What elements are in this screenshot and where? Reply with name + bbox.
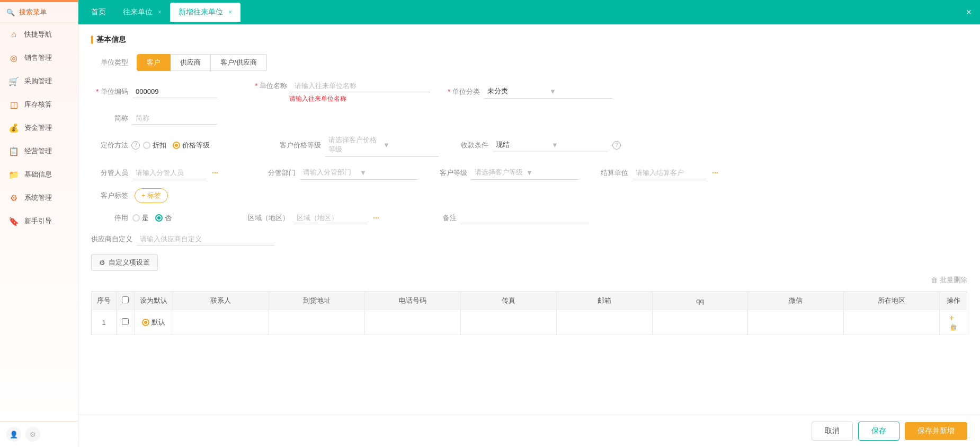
section-title-text: 基本信息 — [96, 35, 126, 45]
radio-no[interactable]: 否 — [155, 213, 172, 223]
sidebar-item-label: 销售管理 — [24, 53, 52, 63]
add-tag-button[interactable]: + 标签 — [135, 188, 168, 203]
settlement-more-btn[interactable]: ··· — [711, 169, 719, 177]
sidebar-item-finance[interactable]: 💰 资金管理 — [0, 116, 78, 139]
customer-tag-label: 客户标签 — [91, 191, 128, 200]
unit-name-input[interactable] — [291, 80, 430, 92]
sidebar-item-inventory[interactable]: ◫ 库存核算 — [0, 93, 78, 116]
tab-new-partner-label: 新增往来单位 — [179, 7, 223, 17]
row-checkbox[interactable] — [122, 318, 129, 325]
row-default-radio[interactable]: 默认 — [140, 318, 167, 327]
supplier-custom-input[interactable] — [137, 233, 274, 246]
manager-more-btn[interactable]: ··· — [211, 169, 219, 177]
radio-price-level[interactable]: 价格等级 — [173, 141, 210, 150]
sidebar-item-quick-nav[interactable]: ⌂ 快捷导航 — [0, 23, 78, 46]
radio-price-level-label: 价格等级 — [182, 141, 210, 150]
unit-name-label: * 单位名称 — [250, 81, 287, 91]
col-default: 设为默认 — [135, 292, 173, 310]
batch-delete-button[interactable]: 🗑 批量删除 — [931, 275, 967, 285]
btn-both[interactable]: 客户/供应商 — [211, 54, 267, 71]
sidebar-item-operations[interactable]: 📋 经营管理 — [0, 139, 78, 163]
department-select[interactable]: 请输入分管部门 ▼ — [300, 165, 417, 180]
pricing-method-label: 定价方法 — [91, 141, 128, 150]
unit-category-select[interactable]: 未分类 ▼ — [484, 84, 612, 99]
payment-question-icon[interactable]: ? — [612, 141, 621, 150]
chevron-down-icon-2: ▼ — [383, 141, 435, 149]
radio-yes-label: 是 — [142, 213, 149, 223]
user-icon[interactable]: 👤 — [6, 427, 21, 442]
radio-yes[interactable]: 是 — [132, 213, 149, 223]
tab-new-partner-close[interactable]: × — [228, 8, 232, 16]
chevron-down-icon-5: ▼ — [526, 169, 575, 177]
settlement-unit-label: 结算单位 — [591, 168, 628, 178]
supplier-custom-row: 供应商自定义 — [91, 233, 967, 246]
col-wechat: 微信 — [748, 292, 844, 310]
sidebar-item-basic[interactable]: 📁 基础信息 — [0, 163, 78, 186]
disabled-label: 停用 — [91, 213, 128, 223]
row-contact-input[interactable] — [179, 317, 263, 329]
department-placeholder: 请输入分管部门 — [303, 168, 358, 177]
sidebar-item-label: 资金管理 — [24, 123, 52, 133]
remarks-input[interactable] — [461, 212, 589, 224]
customer-price-level-select[interactable]: 请选择客户价格等级 ▼ — [325, 133, 439, 157]
row-delete-button[interactable]: 🗑 — [950, 323, 957, 331]
tab-partners-label: 往来单位 — [123, 7, 153, 17]
sidebar-item-guide[interactable]: 🔖 新手引导 — [0, 209, 78, 233]
remarks-label: 备注 — [420, 213, 457, 223]
row-wechat-input[interactable] — [753, 317, 838, 329]
custom-settings-button[interactable]: ⚙ 自定义项设置 — [91, 254, 158, 271]
tab-partners-close[interactable]: × — [158, 8, 162, 16]
cancel-button[interactable]: 取消 — [812, 422, 853, 441]
row-address-cell — [269, 310, 364, 335]
row-email-input[interactable] — [562, 317, 647, 329]
tab-partners[interactable]: 往来单位 × — [114, 3, 170, 22]
manager-input[interactable] — [132, 166, 207, 179]
sidebar-item-sales[interactable]: ◎ 销售管理 — [0, 46, 78, 69]
settings-icon-small[interactable]: ⚙ — [25, 427, 40, 442]
region-more-btn[interactable]: ··· — [372, 214, 380, 222]
row-region-input[interactable] — [849, 317, 934, 329]
radio-no-label: 否 — [165, 213, 172, 223]
radio-discount[interactable]: 折扣 — [143, 141, 166, 150]
col-checkbox — [117, 292, 135, 310]
btn-customer[interactable]: 客户 — [137, 54, 171, 71]
save-button[interactable]: 保存 — [858, 422, 899, 441]
department-label: 分管部门 — [259, 168, 296, 178]
disabled-row: 停用 是 否 区域（地区） ··· — [91, 212, 967, 224]
chevron-down-icon-3: ▼ — [551, 141, 605, 149]
customer-level-select[interactable]: 请选择客户等级 ▼ — [471, 165, 578, 180]
customer-level-label: 客户等级 — [430, 168, 467, 178]
payment-terms-select[interactable]: 现结 ▼ — [493, 138, 608, 152]
chevron-down-icon-4: ▼ — [360, 169, 414, 177]
row-add-button[interactable]: + — [949, 313, 954, 322]
window-close-button[interactable]: × — [961, 7, 976, 18]
row-fax-input[interactable] — [466, 317, 551, 329]
sidebar-item-system[interactable]: ⚙ 系统管理 — [0, 186, 78, 209]
row-default-label: 默认 — [152, 318, 165, 327]
disabled-radios: 是 否 — [132, 213, 172, 223]
radio-price-level-circle — [173, 142, 180, 149]
batch-delete-row: 🗑 批量删除 — [91, 275, 967, 285]
unit-code-input[interactable] — [132, 85, 217, 98]
tab-new-partner[interactable]: 新增往来单位 × — [170, 3, 240, 22]
select-all-checkbox[interactable] — [122, 296, 129, 303]
sidebar-item-purchase[interactable]: 🛒 采购管理 — [0, 69, 78, 93]
row-address-input[interactable] — [274, 317, 359, 329]
col-index: 序号 — [92, 292, 117, 310]
custom-settings-label: 自定义项设置 — [109, 258, 150, 267]
sidebar-search[interactable]: 🔍 搜索菜单 — [0, 2, 78, 23]
row-phone-input[interactable] — [370, 317, 455, 329]
col-email: 邮箱 — [556, 292, 652, 310]
pricing-question-icon[interactable]: ? — [131, 141, 140, 150]
btn-supplier[interactable]: 供应商 — [171, 54, 211, 71]
inventory-icon: ◫ — [8, 99, 19, 110]
radio-no-circle — [155, 214, 163, 222]
region-input[interactable] — [293, 212, 368, 224]
tab-home[interactable]: 首页 — [83, 3, 114, 22]
short-name-input[interactable] — [132, 112, 217, 125]
save-and-new-button[interactable]: 保存并新增 — [905, 422, 967, 440]
settlement-unit-input[interactable] — [632, 166, 707, 179]
row-qq-input[interactable] — [658, 317, 743, 329]
pricing-row: 定价方法 ? 折扣 价格等级 客户价格等级 请选择客户价格等级 — [91, 133, 967, 157]
row-phone-cell — [364, 310, 460, 335]
